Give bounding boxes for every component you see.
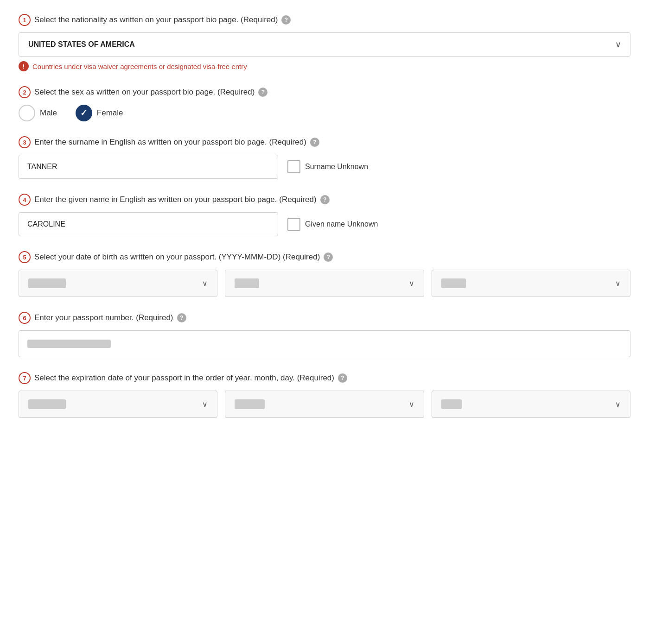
given-name-unknown-checkbox[interactable] [287,218,300,231]
radio-male[interactable]: Male [19,105,57,121]
section6-label: 6 Enter your passport number. (Required)… [19,312,630,324]
section3-label: 3 Enter the surname in English as writte… [19,136,630,148]
dob-day-chevron-icon: ∨ [615,279,621,288]
dob-month-blur [235,278,259,288]
section1-text: Select the nationality as written on you… [34,15,278,25]
dob-day-dropdown[interactable]: ∨ [432,270,630,297]
section7-text: Select the expiration date of your passp… [34,373,334,383]
expiry-year-chevron-icon: ∨ [202,400,208,409]
dob-year-dropdown[interactable]: ∨ [19,270,217,297]
section3-text: Enter the surname in English as written … [34,138,306,147]
expiry-month-blur [235,399,265,409]
given-name-unknown-label: Given name Unknown [305,220,378,228]
section4-label: 4 Enter the given name in English as wri… [19,194,630,206]
dob-day-blur [441,278,466,288]
nationality-warning: ! Countries under visa waiver agreements… [19,61,630,71]
dob-date-row: ∨ ∨ ∨ [19,270,630,297]
expiry-day-chevron-icon: ∨ [615,400,621,409]
passport-number-field[interactable] [19,330,630,357]
nationality-dropdown-wrapper[interactable]: UNITED STATES OF AMERICA ∨ [19,32,630,57]
section5-label: 5 Select your date of birth as written o… [19,251,630,263]
expiry-day-field[interactable]: ∨ [432,391,630,418]
dob-day-field[interactable]: ∨ [432,270,630,297]
step2-circle: 2 [19,86,31,98]
section4-help-icon[interactable]: ? [320,195,330,204]
section2-text: Select the sex as written on your passpo… [34,88,255,97]
dob-month-chevron-icon: ∨ [409,279,414,288]
expiry-year-dropdown[interactable]: ∨ [19,391,217,418]
step3-circle: 3 [19,136,31,148]
section3-help-icon[interactable]: ? [310,138,319,147]
radio-female[interactable]: Female [76,105,123,121]
dob-year-chevron-icon: ∨ [202,279,208,288]
section7-label: 7 Select the expiration date of your pas… [19,372,630,384]
passport-number-blur [27,340,111,348]
section-expiry: 7 Select the expiration date of your pas… [19,372,630,418]
section-dob: 5 Select your date of birth as written o… [19,251,630,297]
surname-unknown-label: Surname Unknown [305,163,368,171]
expiry-month-dropdown[interactable]: ∨ [225,391,424,418]
section-nationality: 1 Select the nationality as written on y… [19,14,630,71]
section2-help-icon[interactable]: ? [258,88,267,97]
expiry-year-field[interactable]: ∨ [19,391,217,418]
section-given-name: 4 Enter the given name in English as wri… [19,194,630,236]
surname-input[interactable] [19,155,278,179]
section5-help-icon[interactable]: ? [324,253,333,262]
section-passport-number: 6 Enter your passport number. (Required)… [19,312,630,357]
expiry-day-dropdown[interactable]: ∨ [432,391,630,418]
given-name-row: Given name Unknown [19,212,630,236]
dob-year-blur [28,278,66,288]
surname-row: Surname Unknown [19,155,630,179]
warning-icon: ! [19,61,29,71]
section5-text: Select your date of birth as written on … [34,253,320,262]
expiry-date-row: ∨ ∨ ∨ [19,391,630,418]
radio-male-label: Male [40,108,57,118]
section1-label: 1 Select the nationality as written on y… [19,14,630,26]
section6-help-icon[interactable]: ? [177,313,186,322]
nationality-dropdown[interactable]: UNITED STATES OF AMERICA [19,32,630,57]
section-sex: 2 Select the sex as written on your pass… [19,86,630,121]
nationality-value: UNITED STATES OF AMERICA [28,40,135,49]
given-name-input[interactable] [19,212,278,236]
expiry-day-blur [441,399,462,409]
step7-circle: 7 [19,372,31,384]
step5-circle: 5 [19,251,31,263]
radio-male-circle[interactable] [19,105,35,121]
surname-unknown-checkbox[interactable] [287,160,300,173]
section1-help-icon[interactable]: ? [281,15,291,25]
expiry-month-chevron-icon: ∨ [409,400,414,409]
section4-text: Enter the given name in English as writt… [34,195,317,204]
dob-month-field[interactable]: ∨ [225,270,424,297]
sex-radio-group: Male Female [19,105,630,121]
dob-year-field[interactable]: ∨ [19,270,217,297]
dob-month-dropdown[interactable]: ∨ [225,270,424,297]
section-surname: 3 Enter the surname in English as writte… [19,136,630,179]
expiry-year-blur [28,399,66,409]
step1-circle: 1 [19,14,31,26]
expiry-month-field[interactable]: ∨ [225,391,424,418]
radio-female-circle[interactable] [76,105,92,121]
given-name-unknown-option[interactable]: Given name Unknown [287,218,378,231]
section6-text: Enter your passport number. (Required) [34,313,173,322]
step6-circle: 6 [19,312,31,324]
surname-unknown-option[interactable]: Surname Unknown [287,160,368,173]
radio-female-label: Female [97,108,123,118]
step4-circle: 4 [19,194,31,206]
warning-text: Countries under visa waiver agreements o… [32,63,247,70]
section7-help-icon[interactable]: ? [338,373,347,383]
section2-label: 2 Select the sex as written on your pass… [19,86,630,98]
